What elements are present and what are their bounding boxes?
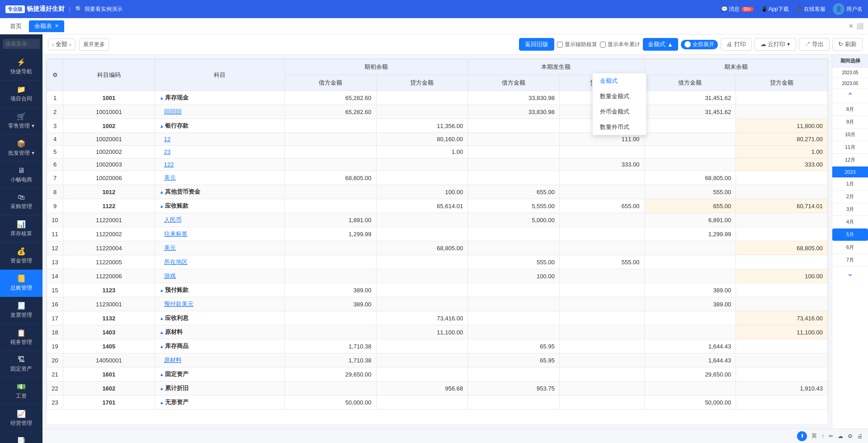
month-item-9[interactable]: 9月 [832,116,868,129]
print-bottom-icon[interactable]: 🖨 [857,433,863,439]
table-row: 221602▲ 累计折旧956.68953.751,910.43 [47,381,828,395]
row-subject[interactable]: ▲ 预付账款 [155,283,284,297]
export-btn[interactable]: ↗ 导出 [799,38,830,51]
month-item-10[interactable]: 10月 [832,129,868,141]
expand-more-btn[interactable]: 展开更多 [79,38,109,51]
sidebar-item-finance[interactable]: 💰 资金管理 [0,243,42,270]
cloud-icon: ☁ [760,41,766,48]
sidebar-item-assets[interactable]: 🏗 固定资产 [0,351,42,378]
sidebar-item-retail[interactable]: 🛒 零售管理 ▾ [0,108,42,135]
month-item-5[interactable]: 5月 [832,229,868,241]
app-download-btn[interactable]: 📱 App下载 [761,5,789,13]
row-current-debit [468,297,560,311]
row-subject[interactable]: 122 [155,158,284,171]
month-item-3[interactable]: 3月 [832,203,868,216]
tab-home[interactable]: 首页 [5,20,27,32]
row-subject[interactable]: 23 [155,146,284,158]
window-close-icon[interactable]: ✕ [849,23,854,29]
lang-btn[interactable]: 英 [811,432,817,440]
row-subject[interactable]: ▲ 应收账款 [155,199,284,213]
back-icon[interactable]: ‹ [52,41,54,48]
row-subject[interactable]: ▲ 应收利息 [155,311,284,325]
expand-all-toggle[interactable]: 全部展开 [681,40,718,49]
down-arrow-icon[interactable]: ⌄ [847,268,854,278]
setting-icon[interactable]: ⚙ [52,71,58,78]
row-subject[interactable]: 往来标签 [155,227,284,241]
row-subject[interactable]: ▲ 银行存款 [155,119,284,133]
row-subject[interactable]: ▲ 累计折旧 [155,381,284,395]
print-btn[interactable]: 🖨 打印 [721,38,752,51]
ytd-check[interactable] [600,42,606,48]
search-input[interactable] [3,39,40,49]
sidebar-item-inventory[interactable]: 📊 库存核算 [0,215,42,243]
dropdown-item-fx-jine[interactable]: 外币金额式 [593,104,646,119]
row-subject[interactable]: ▲ 库存商品 [155,339,284,353]
sidebar-item-ledger[interactable]: 📒 总账管理 [0,270,42,297]
row-subject[interactable]: ▲ 原材料 [155,325,284,339]
month-item-6[interactable]: 6月 [832,241,868,254]
return-old-btn[interactable]: 返回旧版 [519,38,554,51]
cloud-bottom-icon[interactable]: ☁ [838,433,843,439]
dropdown-item-qty-fx[interactable]: 数量外币式 [593,119,646,135]
row-subject[interactable]: 人民币 [155,213,284,227]
row-subject[interactable]: 预付款美元 [155,297,284,311]
sidebar-item-quicknav[interactable]: ⚡ 快捷导航 [0,53,42,81]
th-setting[interactable]: ⚙ [47,59,63,91]
cloud-print-btn[interactable]: ☁ 云打印 ▾ [755,38,796,51]
auxiliary-check[interactable] [557,42,563,48]
jine-dropdown-btn[interactable]: 金额式 ▲ [643,38,678,51]
sidebar-item-ecommerce[interactable]: 🖥 小畅电商 [0,162,42,189]
month-item-7[interactable]: 7月 [832,254,868,267]
dropdown-item-qty-jine[interactable]: 数量金额式 [593,89,646,104]
row-subject[interactable]: 所在地区 [155,255,284,269]
arrow-up-icon[interactable]: ↑ [821,433,824,439]
row-subject[interactable]: 美元 [155,171,284,185]
row-subject[interactable]: ▲ 固定资产 [155,367,284,381]
edit-icon[interactable]: ✏ [829,433,833,439]
dropdown-item-jine[interactable]: 金额式 [593,73,646,89]
refresh-icon: ↻ [838,41,843,48]
row-subject[interactable]: 原材料 [155,353,284,367]
month-item-8[interactable]: 8月 [832,103,868,116]
row-subject[interactable]: 12 [155,133,284,146]
sidebar-item-salary[interactable]: 💵 工资 [0,378,42,405]
month-item-2[interactable]: 2月 [832,191,868,203]
row-subject[interactable]: ▲ 无形资产 [155,395,284,410]
refresh-btn[interactable]: ↻ 刷新 [832,38,863,51]
floating-btn[interactable]: ⬆ [797,431,807,441]
forward-icon[interactable]: › [69,41,71,48]
row-end-credit [736,283,828,297]
message-btn[interactable]: 💬 消息 99+ [721,5,754,13]
row-current-credit [559,325,644,339]
up-arrow-icon[interactable]: ⌃ [847,91,854,101]
sidebar-item-invoice[interactable]: 🧾 发票管理 [0,297,42,324]
sidebar-item-report[interactable]: 📑 小畅报销 [0,432,42,443]
year-item-2023[interactable]: 2023 [832,167,868,178]
row-subject[interactable]: 回回回 [155,105,284,119]
sidebar-item-tax[interactable]: 📋 税务管理 [0,324,42,351]
sidebar-item-project[interactable]: 📁 项目合同 [0,81,42,108]
row-subject[interactable]: 美元 [155,241,284,255]
show-auxiliary-checkbox[interactable]: 显示辅助核算 [557,41,597,48]
year-item-2023-05-2[interactable]: 2023.05 [832,78,868,89]
tab-active[interactable]: 余额表 ✕ [29,20,64,32]
toolbar-right: 返回旧版 显示辅助核算 显示本年累计 金额式 ▲ 全部展开 [519,38,863,51]
sidebar-item-purchase[interactable]: 🛍 采购管理 [0,189,42,215]
month-item-12[interactable]: 12月 [832,154,868,167]
sidebar-item-wholesale[interactable]: 📦 批发管理 ▾ [0,135,42,162]
row-subject[interactable]: ▲ 库存现金 [155,91,284,105]
online-service-btn[interactable]: 🎧 在线客服 [796,5,826,13]
row-subject[interactable]: ▲ 其他货币资金 [155,185,284,199]
show-ytd-checkbox[interactable]: 显示本年累计 [600,41,640,48]
tab-close-icon[interactable]: ✕ [55,23,59,29]
user-avatar[interactable]: 👤 用户名 [833,3,863,15]
window-maximize-icon[interactable]: ⬜ [856,23,863,29]
month-item-11[interactable]: 11月 [832,141,868,154]
month-item-4[interactable]: 4月 [832,216,868,229]
row-subject[interactable]: 游戏 [155,269,284,283]
month-item-1[interactable]: 1月 [832,178,868,191]
sidebar-item-operation[interactable]: 📈 经营管理 [0,405,42,432]
settings-bottom-icon[interactable]: ⚙ [848,433,853,439]
demo-link[interactable]: 🔍 我要看实例演示 [75,5,123,13]
year-item-2023-05-1[interactable]: 2023.05 [832,67,868,78]
